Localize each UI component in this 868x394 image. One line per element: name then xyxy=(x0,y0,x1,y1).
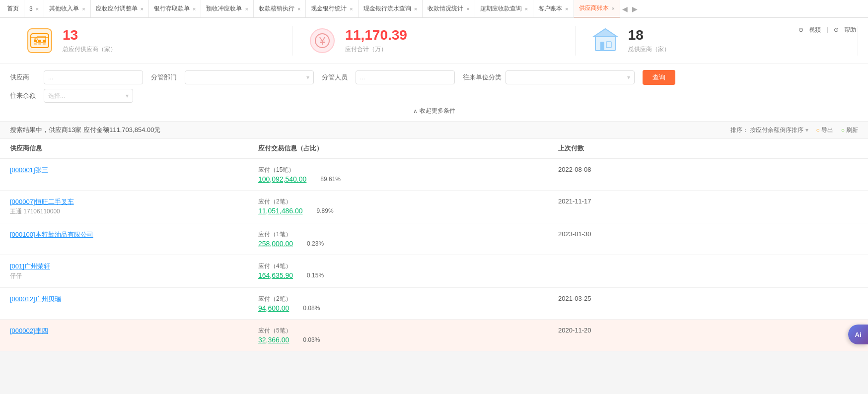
tab-bank-deposit-close[interactable]: × xyxy=(193,6,196,12)
export-circle-icon: ○ xyxy=(816,127,820,133)
payable-amount-5[interactable]: 94,600.00 xyxy=(258,304,289,312)
export-button[interactable]: ○ 导出 xyxy=(816,126,833,134)
supplier-table: 供应商信息 应付交易信息（占比） 上次付数 [000001]张三 应付（15笔）… xyxy=(0,139,868,351)
dept-filter-select[interactable]: ▾ xyxy=(185,70,314,84)
dept-filter-label: 分管部门 xyxy=(151,73,181,82)
dept-arrow-icon: ▾ xyxy=(306,74,309,81)
supplier-link-2[interactable]: [000007]恒旺二手叉车 xyxy=(10,198,74,205)
tab-bank-deposit[interactable]: 银行存取款单 × xyxy=(149,0,201,18)
table-row: [000001]张三 应付（15笔） 100,092,540.00 89.61%… xyxy=(0,159,868,191)
tab-cash-bank-stat[interactable]: 现金银行统计 × xyxy=(306,0,358,18)
tab-customer-ledger[interactable]: 客户账本 × xyxy=(533,0,574,18)
tab-overdue-query[interactable]: 超期应收款查询 × xyxy=(475,0,533,18)
tab-3-close[interactable]: × xyxy=(36,6,39,12)
payable-amount-4[interactable]: 164,635.90 xyxy=(258,271,293,279)
table-row: [001]广州荣轩 仔仔 应付（4笔） 164,635.90 0.15% xyxy=(0,255,868,288)
nav-arrow-left[interactable]: ◀ xyxy=(620,0,630,18)
tab-supplier-ledger-close[interactable]: × xyxy=(612,5,615,11)
tab-3[interactable]: 3 × xyxy=(24,0,44,18)
supplier-link-1[interactable]: [000001]张三 xyxy=(10,166,48,174)
payable-percent-3: 0.23% xyxy=(307,240,324,247)
supplier-link-3[interactable]: [000100]本特勤油品有限公司 xyxy=(10,231,93,238)
separator: | xyxy=(826,26,829,33)
top-right-links: ⊙ 视频 | ⊙ 帮助 xyxy=(796,26,858,34)
tab-receipt-stat-close[interactable]: × xyxy=(466,6,469,12)
refresh-button[interactable]: ○ 刷新 xyxy=(841,126,858,134)
collapse-chevron-icon: ∧ xyxy=(413,108,418,115)
balance-filter-select[interactable]: 选择... ▾ xyxy=(44,89,133,103)
svg-rect-13 xyxy=(595,36,615,51)
last-payment-6: 2020-11-20 xyxy=(558,327,858,334)
supplier-link-5[interactable]: [000012]广州贝瑞 xyxy=(10,295,61,303)
video-link[interactable]: 视频 xyxy=(809,26,821,33)
filter-supplier: 供应商 ... xyxy=(10,70,143,84)
supplier-info-1: [000001]张三 xyxy=(10,166,258,175)
tab-overdue-query-label: 超期应收款查询 xyxy=(480,4,522,13)
supplier-sub-2: 王通 17106110000 xyxy=(10,207,258,216)
refresh-circle-icon: ○ xyxy=(841,127,845,133)
collapse-button[interactable]: ∧ 收起更多条件 xyxy=(413,107,455,115)
tab-cash-flow-query[interactable]: 现金银行流水查询 × xyxy=(359,0,423,18)
tab-bank-deposit-label: 银行存取款单 xyxy=(154,4,190,13)
store-icon xyxy=(590,26,620,56)
svg-marker-14 xyxy=(593,29,617,37)
tab-customer-ledger-close[interactable]: × xyxy=(565,6,568,12)
payable-amount-2[interactable]: 11,051,486.00 xyxy=(258,207,303,215)
nav-arrow-right[interactable]: ▶ xyxy=(630,0,640,18)
total-payable-suppliers-label: 总应付供应商（家） xyxy=(63,45,116,54)
tab-cash-bank-stat-close[interactable]: × xyxy=(350,6,353,12)
payable-label-2: 应付（2笔） xyxy=(258,197,558,206)
tab-supplier-ledger[interactable]: 供应商账本 × xyxy=(574,0,620,18)
table-row: [000012]广州贝瑞 应付（2笔） 94,600.00 0.08% 2021… xyxy=(0,288,868,320)
total-payable-amount-label: 应付合计（万） xyxy=(345,45,407,54)
person-filter-input[interactable]: ... xyxy=(356,70,455,84)
tab-home[interactable]: 首页 xyxy=(2,0,24,18)
tab-receipt-stat[interactable]: 收款情况统计 × xyxy=(423,0,475,18)
payable-info-6: 应付（5笔） 32,366.00 0.03% xyxy=(258,327,558,344)
tab-receipt-stat-label: 收款情况统计 xyxy=(428,4,463,13)
tab-overdue-query-close[interactable]: × xyxy=(525,6,528,12)
supplier-info-4: [001]广州荣轩 仔仔 xyxy=(10,262,258,280)
payable-amount-3[interactable]: 258,000.00 xyxy=(258,240,293,248)
payable-percent-4: 0.15% xyxy=(307,272,324,279)
last-payment-2: 2021-11-17 xyxy=(558,197,858,205)
help-link[interactable]: 帮助 xyxy=(844,26,856,33)
payable-label-6: 应付（5笔） xyxy=(258,327,558,335)
ai-button-label: Ai xyxy=(855,331,862,338)
tab-ar-ap-adjust[interactable]: 应收应付调整单 × xyxy=(91,0,149,18)
payable-percent-1: 89.61% xyxy=(320,176,341,183)
payable-amount-1[interactable]: 100,092,540.00 xyxy=(258,175,306,183)
ai-button[interactable]: Ai xyxy=(848,325,868,344)
supplier-filter-input[interactable]: ... xyxy=(44,70,143,84)
payable-amount-6[interactable]: 32,366.00 xyxy=(258,336,289,344)
payable-label-1: 应付（15笔） xyxy=(258,166,558,174)
tab-prepay-offset[interactable]: 预收冲应收单 × xyxy=(201,0,253,18)
total-suppliers-number: 18 xyxy=(628,28,670,43)
tab-receipt-verify[interactable]: 收款核销执行 × xyxy=(254,0,306,18)
supplier-link-4[interactable]: [001]广州荣轩 xyxy=(10,263,50,270)
tab-ar-ap-adjust-close[interactable]: × xyxy=(141,6,144,12)
payable-label-3: 应付（1笔） xyxy=(258,230,558,239)
payable-info-5: 应付（2笔） 94,600.00 0.08% xyxy=(258,295,558,312)
query-button[interactable]: 查询 xyxy=(643,70,675,85)
sort-value[interactable]: 按应付余额倒序排序 xyxy=(750,127,803,133)
supplier-icon: 🏷 xyxy=(25,26,55,56)
result-info: 搜索结果中，供应商13家 应付金额111,703,854.00元 xyxy=(10,126,160,134)
tab-other-income[interactable]: 其他收入单 × xyxy=(44,0,90,18)
last-payment-5: 2021-03-25 xyxy=(558,295,858,302)
payable-label-5: 应付（2笔） xyxy=(258,295,558,303)
supplier-link-6[interactable]: [000002]李四 xyxy=(10,327,48,334)
tab-cash-flow-query-close[interactable]: × xyxy=(414,6,417,12)
summary-area: 🏷 13 总应付供应商（家） ¥ 11,17 xyxy=(0,18,868,64)
category-filter-select[interactable]: ▾ xyxy=(506,70,635,84)
payable-info-2: 应付（2笔） 11,051,486.00 9.89% xyxy=(258,197,558,215)
tab-prepay-offset-close[interactable]: × xyxy=(245,6,248,12)
tab-other-income-close[interactable]: × xyxy=(82,6,85,12)
top-navigation: 首页 3 × 其他收入单 × 应收应付调整单 × 银行存取款单 × 预收冲应收单… xyxy=(0,0,868,18)
tab-receipt-verify-close[interactable]: × xyxy=(297,6,300,12)
payable-info-4: 应付（4笔） 164,635.90 0.15% xyxy=(258,262,558,279)
payable-info-3: 应付（1笔） 258,000.00 0.23% xyxy=(258,230,558,248)
tab-cash-flow-query-label: 现金银行流水查询 xyxy=(363,4,411,13)
payable-label-4: 应付（4笔） xyxy=(258,262,558,270)
supplier-input-dots: ... xyxy=(48,74,53,81)
